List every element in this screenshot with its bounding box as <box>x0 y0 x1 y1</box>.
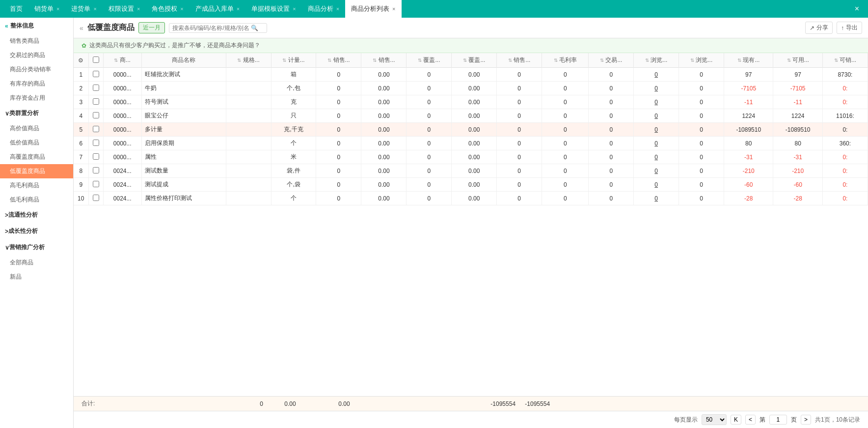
cell-checkbox[interactable] <box>88 178 103 192</box>
export-button[interactable]: ↑ 导出 <box>837 22 862 34</box>
nav-item-permission[interactable]: 权限设置 × <box>103 0 146 18</box>
cell-checkbox[interactable] <box>88 95 103 109</box>
nav-item-analysis-list[interactable]: 商品分析列表 × <box>345 0 401 18</box>
row-checkbox[interactable] <box>93 85 99 91</box>
page-size-select[interactable]: 50 20 100 <box>702 414 727 425</box>
sidebar-item-category-rate[interactable]: 商品分类动销率 <box>0 62 73 77</box>
cell-spec <box>226 68 271 82</box>
cell-trade: 0 <box>589 150 634 164</box>
cell-checkbox[interactable] <box>88 109 103 123</box>
row-checkbox[interactable] <box>93 71 99 77</box>
table-row: 8 0024... 测试数量 袋,件 0 0.00 0 0.00 0 0 0 0… <box>74 164 868 178</box>
first-page-button[interactable]: K <box>731 415 741 425</box>
cell-sales3: 0 <box>497 150 542 164</box>
cell-browse1[interactable]: 0 <box>634 109 679 123</box>
sidebar-section-growth[interactable]: > 成长性分析 <box>0 223 73 239</box>
cell-checkbox[interactable] <box>88 123 103 137</box>
cell-browse2: 0 <box>679 192 724 205</box>
sidebar-item-high-value[interactable]: 高价值商品 <box>0 121 73 136</box>
sidebar-item-low-profit[interactable]: 低毛利商品 <box>0 193 73 207</box>
next-page-button[interactable]: > <box>801 415 811 425</box>
cell-checkbox[interactable] <box>88 82 103 95</box>
sidebar-section-marketing[interactable]: ∨ 营销推广分析 <box>0 239 73 256</box>
nav-item-home[interactable]: 首页 <box>4 0 28 18</box>
cell-browse1[interactable]: 0 <box>634 178 679 192</box>
sidebar-item-low-value[interactable]: 低价值商品 <box>0 136 73 150</box>
cell-saleable: 0: <box>822 123 868 137</box>
cell-checkbox[interactable] <box>88 68 103 82</box>
close-icon[interactable]: × <box>137 6 140 12</box>
cell-checkbox[interactable] <box>88 137 103 150</box>
close-icon[interactable]: × <box>180 6 183 12</box>
cell-cover2: 0.00 <box>452 192 497 205</box>
nav-item-product[interactable]: 产成品入库单 × <box>190 0 245 18</box>
cell-available: -31 <box>773 150 822 164</box>
sidebar-item-sales-goods[interactable]: 销售类商品 <box>0 34 73 48</box>
sidebar-item-in-stock[interactable]: 有库存的商品 <box>0 77 73 91</box>
th-settings[interactable]: ⚙ <box>74 53 88 68</box>
nav-item-template[interactable]: 单据模板设置 × <box>245 0 301 18</box>
nav-item-sales[interactable]: 销货单 × <box>28 0 65 18</box>
cell-browse1[interactable]: 0 <box>634 95 679 109</box>
cell-cover1: 0 <box>407 68 452 82</box>
cell-browse2: 0 <box>679 68 724 82</box>
close-icon[interactable]: × <box>293 6 296 12</box>
settings-icon[interactable]: ⚙ <box>78 57 83 64</box>
cell-current: -11 <box>724 95 773 109</box>
share-button[interactable]: ↗ 分享 <box>805 22 833 34</box>
cell-index: 8 <box>74 164 88 178</box>
select-all-checkbox[interactable] <box>93 57 99 63</box>
cell-profit: 0 <box>542 123 589 137</box>
sidebar-item-traded-goods[interactable]: 交易过的商品 <box>0 48 73 62</box>
cell-spec <box>226 164 271 178</box>
sidebar-section-flow[interactable]: > 流通性分析 <box>0 207 73 223</box>
row-checkbox[interactable] <box>93 98 99 105</box>
cell-checkbox[interactable] <box>88 192 103 205</box>
sidebar-item-all-goods[interactable]: 全部商品 <box>0 256 73 270</box>
filter-tag-recent[interactable]: 近一月 <box>138 22 165 33</box>
nav-item-analysis[interactable]: 商品分析 × <box>302 0 345 18</box>
nav-item-purchase[interactable]: 进货单 × <box>65 0 102 18</box>
row-checkbox[interactable] <box>93 181 99 187</box>
sidebar-section-group[interactable]: ∨ 类群置分析 <box>0 105 73 121</box>
prev-page-button[interactable]: < <box>745 415 756 425</box>
row-checkbox[interactable] <box>93 153 99 160</box>
cell-cover2: 0.00 <box>452 150 497 164</box>
search-input[interactable] <box>172 25 251 31</box>
cell-cover1: 0 <box>407 109 452 123</box>
cell-spec <box>226 137 271 150</box>
nav-item-role[interactable]: 角色授权 × <box>146 0 189 18</box>
row-checkbox[interactable] <box>93 167 99 173</box>
close-icon[interactable]: × <box>336 6 339 12</box>
close-icon[interactable]: × <box>93 6 96 12</box>
sidebar-item-high-profit[interactable]: 高毛利商品 <box>0 178 73 193</box>
th-checkbox[interactable] <box>88 53 103 68</box>
sidebar-item-high-coverage[interactable]: 高覆盖度商品 <box>0 150 73 164</box>
cell-browse1[interactable]: 0 <box>634 82 679 95</box>
close-icon[interactable]: × <box>56 6 59 12</box>
cell-browse1[interactable]: 0 <box>634 137 679 150</box>
cell-browse1[interactable]: 0 <box>634 150 679 164</box>
close-icon[interactable]: × <box>237 6 240 12</box>
window-close-button[interactable]: × <box>850 4 864 13</box>
row-checkbox[interactable] <box>93 112 99 118</box>
sidebar-item-new-goods[interactable]: 新品 <box>0 270 73 284</box>
search-icon[interactable]: 🔍 <box>251 25 258 31</box>
cell-browse1[interactable]: 0 <box>634 192 679 205</box>
cell-browse1[interactable]: 0 <box>634 123 679 137</box>
cell-browse1[interactable]: 0 <box>634 68 679 82</box>
cell-checkbox[interactable] <box>88 164 103 178</box>
sidebar-item-low-coverage[interactable]: 低覆盖度商品 <box>0 164 73 178</box>
cell-browse2: 0 <box>679 123 724 137</box>
row-checkbox[interactable] <box>93 195 99 201</box>
cell-cover1: 0 <box>407 150 452 164</box>
sidebar-collapse-button[interactable]: « <box>80 24 83 32</box>
row-checkbox[interactable] <box>93 140 99 146</box>
row-checkbox[interactable] <box>93 126 99 132</box>
cell-checkbox[interactable] <box>88 150 103 164</box>
sidebar-section-overview[interactable]: « 整体信息 <box>0 18 73 34</box>
close-icon[interactable]: × <box>392 6 395 12</box>
sidebar-item-stock-capital[interactable]: 库存资金占用 <box>0 91 73 105</box>
page-input[interactable] <box>769 415 787 425</box>
cell-browse1[interactable]: 0 <box>634 164 679 178</box>
